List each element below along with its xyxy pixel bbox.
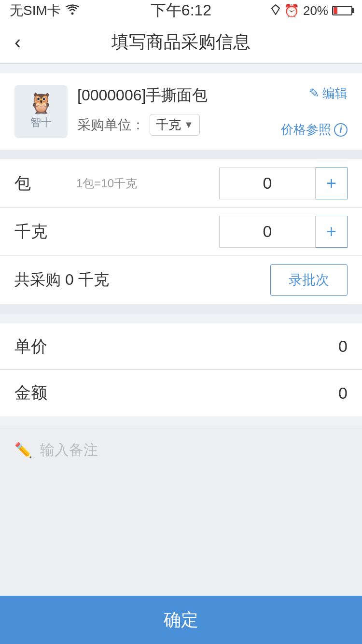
- owl-logo: 🦉: [28, 93, 54, 113]
- kg-input-control: +: [219, 216, 348, 248]
- amount-value: 0: [338, 384, 348, 403]
- note-placeholder: 输入备注: [40, 440, 98, 460]
- status-time: 下午6:12: [151, 0, 211, 21]
- total-text: 共采购 0 千克: [14, 269, 109, 291]
- dropdown-arrow-icon: ▼: [184, 119, 194, 130]
- input-section: 包 1包=10千克 + 千克 +: [0, 159, 362, 256]
- bao-sub-label: 1包=10千克: [76, 176, 219, 191]
- edit-button[interactable]: ✎ 编辑: [309, 85, 348, 102]
- battery-percent: 20%: [303, 3, 328, 18]
- brand-text: 智十: [30, 115, 52, 130]
- unit-price-row: 单价 0: [0, 323, 362, 370]
- product-thumbnail: 🦉 智十: [14, 85, 68, 138]
- location-icon: [271, 3, 280, 18]
- unit-label: 采购单位：: [77, 116, 145, 134]
- pencil-icon: ✏️: [14, 442, 32, 459]
- price-ref-label: 价格参照: [281, 121, 331, 138]
- svg-point-0: [71, 13, 73, 15]
- bao-input-control: +: [219, 168, 348, 199]
- unit-value: 千克: [156, 116, 181, 133]
- bao-quantity-input[interactable]: [219, 168, 316, 199]
- section-divider-1: [0, 150, 362, 159]
- unit-price-label: 单价: [14, 336, 47, 358]
- alarm-icon: ⏰: [284, 3, 299, 18]
- total-row: 共采购 0 千克 录批次: [0, 256, 362, 304]
- nav-bar: ‹ 填写商品采购信息: [0, 21, 362, 64]
- battery-icon: [332, 6, 352, 15]
- price-section: 单价 0 金额 0: [0, 323, 362, 416]
- kg-quantity-input[interactable]: [219, 216, 316, 248]
- info-icon: i: [334, 123, 348, 137]
- carrier-text: 无SIM卡: [10, 1, 61, 20]
- edit-icon: ✎: [309, 86, 320, 101]
- status-left: 无SIM卡: [10, 1, 79, 20]
- wifi-icon: [66, 3, 79, 18]
- unit-price-value: 0: [338, 337, 348, 356]
- kg-label: 千克: [14, 221, 72, 243]
- amount-row: 金额 0: [0, 370, 362, 416]
- bao-label: 包: [14, 172, 72, 195]
- back-button[interactable]: ‹: [14, 31, 21, 53]
- note-section[interactable]: ✏️ 输入备注: [0, 426, 362, 475]
- status-bar: 无SIM卡 下午6:12 ⏰ 20%: [0, 0, 362, 21]
- confirm-button[interactable]: 确定: [0, 596, 362, 644]
- amount-label: 金额: [14, 382, 47, 404]
- product-name: [0000006]手撕面包: [77, 85, 348, 106]
- product-card: 🦉 智十 [0000006]手撕面包 采购单位： 千克 ▼ ✎ 编辑 价格参照 …: [0, 73, 362, 150]
- price-reference-button[interactable]: 价格参照 i: [281, 121, 348, 138]
- unit-dropdown[interactable]: 千克 ▼: [150, 114, 200, 136]
- bao-input-row: 包 1包=10千克 +: [0, 159, 362, 208]
- kg-input-row: 千克 +: [0, 208, 362, 256]
- page-title: 填写商品采购信息: [111, 30, 251, 54]
- edit-label: 编辑: [322, 85, 348, 102]
- kg-plus-button[interactable]: +: [316, 216, 348, 248]
- bao-plus-button[interactable]: +: [316, 168, 348, 199]
- status-right: ⏰ 20%: [271, 3, 352, 18]
- section-divider-2: [0, 304, 362, 314]
- record-batch-button[interactable]: 录批次: [270, 264, 348, 296]
